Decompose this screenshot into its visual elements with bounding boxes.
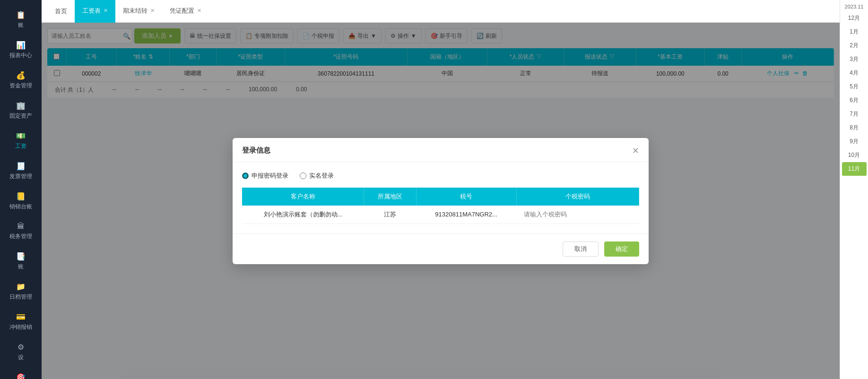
dialog-table: 客户名称 所属地区 税号 个税密码 刘小艳演示账套（勿删勿动... 江苏 bbox=[242, 188, 639, 224]
sidebar-item-0[interactable]: 📋 账 bbox=[0, 5, 42, 35]
dialog-col-client: 客户名称 bbox=[242, 188, 364, 206]
tab-salary[interactable]: 工资表 ✕ bbox=[75, 0, 115, 23]
month-8[interactable]: 8月 bbox=[842, 121, 867, 135]
salary-icon: 💵 bbox=[2, 131, 40, 140]
invoice-icon: 🧾 bbox=[2, 162, 40, 171]
sidebar-item-ledger[interactable]: 📒 销销台账 bbox=[0, 186, 42, 216]
sidebar-item-invoice[interactable]: 🧾 发票管理 bbox=[0, 156, 42, 186]
dialog-region: 江苏 bbox=[364, 206, 416, 224]
tax-icon: 🏛 bbox=[2, 222, 40, 231]
month-7[interactable]: 7月 bbox=[842, 107, 867, 121]
login-dialog: 登录信息 ✕ 申报密码登录 实名登录 bbox=[233, 138, 649, 264]
main-content: 首页 工资表 ✕ 期末结转 ✕ 凭证配置 ✕ 🔍 添加人员 bbox=[42, 0, 840, 379]
asset-icon: 🏢 bbox=[2, 101, 40, 110]
sidebar-item-archive[interactable]: 📁 日档管理 bbox=[0, 276, 42, 307]
dialog-col-password: 个税密码 bbox=[516, 188, 639, 206]
tab-period-close[interactable]: ✕ bbox=[150, 8, 155, 14]
login-type-group: 申报密码登录 实名登录 bbox=[242, 172, 639, 180]
cancel-button[interactable]: 取消 bbox=[563, 241, 599, 257]
tab-bar: 首页 工资表 ✕ 期末结转 ✕ 凭证配置 ✕ bbox=[42, 0, 840, 23]
dialog-col-region: 所属地区 bbox=[364, 188, 416, 206]
dialog-footer: 取消 确定 bbox=[233, 233, 649, 264]
settings-icon: ⚙ bbox=[2, 343, 40, 352]
content-area: 🔍 添加人员 ▼ 🏛 统一社保设置 📋 专项附加扣除 📄 个税申报 bbox=[42, 23, 840, 379]
confirm-button[interactable]: 确定 bbox=[604, 241, 639, 257]
ledger-icon: 📒 bbox=[2, 192, 40, 201]
month-10[interactable]: 10月 bbox=[842, 148, 867, 162]
sidebar: 📋 账 📊 报表中心 💰 资金管理 🏢 固定资产 💵 工资 🧾 发票管理 📒 销… bbox=[0, 0, 42, 379]
sidebar-item-tax[interactable]: 🏛 税务管理 bbox=[0, 216, 42, 246]
dialog-col-taxno: 税号 bbox=[416, 188, 516, 206]
account2-icon: 📑 bbox=[2, 252, 40, 261]
refund-icon: 💳 bbox=[2, 312, 40, 321]
archive-icon: 📁 bbox=[2, 282, 40, 291]
month-1[interactable]: 1月 bbox=[842, 25, 867, 39]
radio-password[interactable] bbox=[242, 172, 249, 179]
dialog-password-input-cell bbox=[516, 206, 639, 224]
dialog-tax-no: 91320811MA7NGR2... bbox=[416, 206, 516, 224]
sidebar-item-refund[interactable]: 💳 冲销报销 bbox=[0, 307, 42, 337]
month-4[interactable]: 4月 bbox=[842, 66, 867, 80]
sidebar-item-8[interactable]: 📑 账 bbox=[0, 246, 42, 276]
radio-realname[interactable] bbox=[300, 172, 306, 179]
dialog-header: 登录信息 ✕ bbox=[233, 138, 649, 162]
account-icon: 📋 bbox=[2, 10, 40, 19]
radio-option-realname[interactable]: 实名登录 bbox=[300, 172, 334, 180]
report-icon: 📊 bbox=[2, 41, 40, 50]
calendar-panel: 2023.11 12月 1月 2月 3月 4月 5月 6月 7月 8月 9月 1… bbox=[840, 0, 868, 379]
tab-salary-close[interactable]: ✕ bbox=[104, 8, 108, 14]
fund-icon: 💰 bbox=[2, 71, 40, 80]
month-12[interactable]: 12月 bbox=[842, 11, 867, 25]
sidebar-item-guide[interactable]: 🎯 新手引导 bbox=[0, 367, 42, 379]
month-2[interactable]: 2月 bbox=[842, 39, 867, 52]
month-6[interactable]: 6月 bbox=[842, 94, 867, 107]
month-9[interactable]: 9月 bbox=[842, 135, 867, 148]
dialog-close-button[interactable]: ✕ bbox=[632, 146, 639, 156]
dialog-table-row: 刘小艳演示账套（勿删勿动... 江苏 91320811MA7NGR2... bbox=[242, 206, 639, 224]
month-3[interactable]: 3月 bbox=[842, 52, 867, 66]
tab-home[interactable]: 首页 bbox=[47, 0, 75, 23]
tab-period[interactable]: 期末结转 ✕ bbox=[115, 0, 162, 23]
tab-voucher-close[interactable]: ✕ bbox=[197, 8, 201, 14]
dialog-overlay: 登录信息 ✕ 申报密码登录 实名登录 bbox=[42, 23, 840, 379]
month-11[interactable]: 11月 bbox=[842, 162, 867, 176]
dialog-client-name: 刘小艳演示账套（勿删勿动... bbox=[242, 206, 364, 224]
sidebar-item-fund[interactable]: 💰 资金管理 bbox=[0, 65, 42, 95]
radio-option-password[interactable]: 申报密码登录 bbox=[242, 172, 288, 180]
sidebar-item-salary[interactable]: 💵 工资 bbox=[0, 126, 42, 156]
month-5[interactable]: 5月 bbox=[842, 80, 867, 94]
sidebar-item-settings[interactable]: ⚙ 设 bbox=[0, 337, 42, 367]
calendar-year: 2023.11 bbox=[843, 2, 866, 11]
password-input[interactable] bbox=[524, 211, 631, 218]
sidebar-item-report[interactable]: 📊 报表中心 bbox=[0, 35, 42, 65]
sidebar-item-asset[interactable]: 🏢 固定资产 bbox=[0, 95, 42, 126]
tab-voucher[interactable]: 凭证配置 ✕ bbox=[162, 0, 209, 23]
dialog-title: 登录信息 bbox=[242, 146, 270, 155]
guide-icon: 🎯 bbox=[2, 373, 40, 379]
dialog-body: 申报密码登录 实名登录 客户名称 所属地区 bbox=[233, 162, 649, 233]
